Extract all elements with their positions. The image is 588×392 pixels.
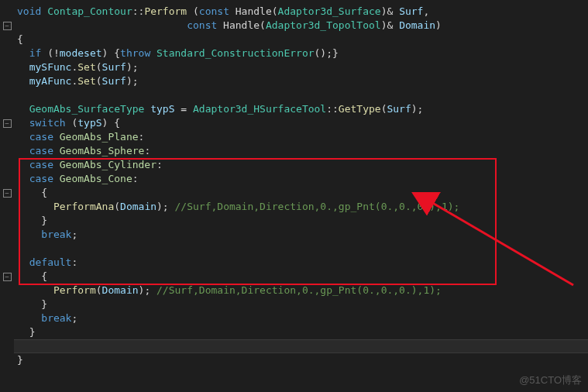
current-line bbox=[14, 339, 588, 353]
code-line bbox=[17, 242, 588, 256]
code-line: break; bbox=[17, 311, 588, 325]
code-editor[interactable]: − − − − void Contap_Contour::Perform (co… bbox=[0, 0, 588, 392]
code-line: GeomAbs_SurfaceType typS = Adaptor3d_HSu… bbox=[17, 102, 588, 116]
code-line: { bbox=[17, 186, 588, 200]
code-line: case GeomAbs_Plane: bbox=[17, 130, 588, 144]
code-line: Perform(Domain); //Surf,Domain,Direction… bbox=[17, 284, 588, 297]
code-line: break; bbox=[17, 228, 588, 242]
code-line: void Contap_Contour::Perform (const Hand… bbox=[17, 5, 588, 19]
code-line: } bbox=[17, 297, 588, 311]
code-line: case GeomAbs_Cone: bbox=[17, 172, 588, 186]
watermark: @51CTO博客 bbox=[519, 373, 582, 387]
code-line: default: bbox=[17, 256, 588, 270]
fold-toggle[interactable]: − bbox=[0, 116, 14, 130]
code-content[interactable]: void Contap_Contour::Perform (const Hand… bbox=[14, 0, 588, 392]
code-line: case GeomAbs_Sphere: bbox=[17, 144, 588, 158]
code-line: PerformAna(Domain); //Surf,Domain,Direct… bbox=[17, 200, 588, 214]
code-line: myAFunc.Set(Surf); bbox=[17, 74, 588, 88]
code-line: } bbox=[17, 353, 588, 367]
fold-toggle[interactable]: − bbox=[0, 186, 14, 200]
fold-toggle[interactable]: − bbox=[0, 270, 14, 284]
code-line: mySFunc.Set(Surf); bbox=[17, 60, 588, 74]
code-line: case GeomAbs_Cylinder: bbox=[17, 158, 588, 172]
code-line: switch (typS) { bbox=[17, 116, 588, 130]
code-line: const Handle(Adaptor3d_TopolTool)& Domai… bbox=[17, 19, 588, 33]
fold-toggle[interactable]: − bbox=[0, 19, 14, 33]
code-line: { bbox=[17, 270, 588, 284]
code-line: { bbox=[17, 33, 588, 46]
gutter: − − − − bbox=[0, 0, 14, 392]
code-line: if (!modeset) {throw Standard_Constructi… bbox=[17, 46, 588, 60]
code-line bbox=[17, 88, 588, 102]
code-line: } bbox=[17, 325, 588, 339]
code-line: } bbox=[17, 214, 588, 228]
